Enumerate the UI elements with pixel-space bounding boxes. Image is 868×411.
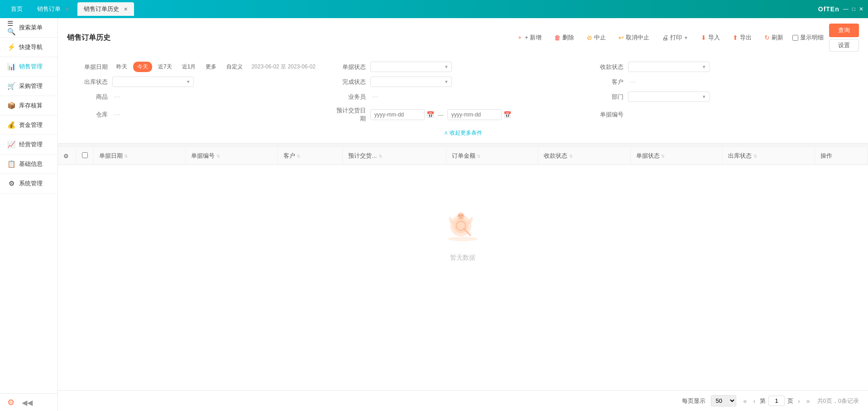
cancel-stop-button[interactable]: ↩ 取消中止 <box>615 32 653 44</box>
th-action: 操作 <box>815 147 868 165</box>
show-detail-checkbox[interactable] <box>792 35 798 41</box>
page-input[interactable] <box>768 396 785 406</box>
expected-date-from[interactable] <box>370 109 425 120</box>
import-button[interactable]: ⬇ 导入 <box>697 32 724 44</box>
out-status-select[interactable]: ▾ <box>112 77 194 87</box>
purchase-icon: 🛒 <box>7 82 15 90</box>
setting-button[interactable]: 设置 <box>829 39 859 52</box>
calendar-icon-to[interactable]: 📅 <box>504 111 511 118</box>
receipt-status-select[interactable]: ▾ <box>628 62 710 72</box>
voucher-status-label: 单据状态 <box>334 63 370 71</box>
basic-info-icon: 📋 <box>7 160 15 168</box>
th-receipt-status[interactable]: 收款状态 ⇅ <box>538 147 631 165</box>
per-page-select[interactable]: 50 10 20 100 <box>711 395 736 406</box>
sidebar: ☰🔍 搜索菜单 ⚡ 快捷导航 📊 销售管理 🛒 采购管理 📦 库存核算 💰 资金… <box>0 18 58 411</box>
sidebar-settings-icon[interactable]: ⚙ <box>7 397 14 407</box>
page-title: 销售订单历史 <box>67 33 110 43</box>
new-button[interactable]: ＋ + 新增 <box>513 32 545 44</box>
minimize-btn[interactable]: — <box>843 6 849 12</box>
expected-date-to[interactable] <box>447 109 502 120</box>
export-button[interactable]: ⬆ 导出 <box>729 32 755 44</box>
next-page-btn[interactable]: › <box>796 396 802 406</box>
tab-sales-order-close[interactable]: ✕ <box>65 6 69 12</box>
sidebar-item-sales[interactable]: 📊 销售管理 <box>0 57 58 77</box>
select-all-checkbox[interactable] <box>82 152 88 158</box>
finance-icon: 💰 <box>7 121 15 129</box>
collapse-row[interactable]: ∧ 收起更多条件 <box>76 127 850 139</box>
sidebar-item-basic-info[interactable]: 📋 基础信息 <box>0 155 58 174</box>
department-control: ▾ <box>628 92 850 102</box>
date-btn-more[interactable]: 更多 <box>201 62 221 72</box>
date-btn-today[interactable]: 今天 <box>133 62 152 72</box>
sort-voucher-icon: ⇅ <box>661 154 665 159</box>
stop-icon: ⊘ <box>587 34 592 41</box>
voucher-status-chevron: ▾ <box>445 64 448 70</box>
complete-status-select[interactable]: ▾ <box>370 77 452 87</box>
stop-button[interactable]: ⊘ 中止 <box>583 32 609 44</box>
page-unit: 页 <box>787 397 793 405</box>
refresh-button[interactable]: ↻ 刷新 <box>761 32 787 44</box>
svg-point-0 <box>448 237 478 241</box>
sidebar-item-system[interactable]: ⚙ 系统管理 <box>0 174 58 193</box>
customer-ellipsis[interactable]: ··· <box>628 78 638 86</box>
sidebar-item-quick-nav[interactable]: ⚡ 快捷导航 <box>0 38 58 57</box>
th-amount[interactable]: 订单金额 ⇅ <box>446 147 538 165</box>
sidebar-item-operations[interactable]: 📈 经营管理 <box>0 135 58 155</box>
collapse-label: ∧ 收起更多条件 <box>444 130 482 136</box>
department-select[interactable]: ▾ <box>628 92 710 102</box>
th-customer[interactable]: 客户 ⇅ <box>278 147 343 165</box>
date-btn-last1m[interactable]: 近1月 <box>178 62 200 72</box>
filter-row-1: 单据日期 昨天 今天 近7天 近1月 更多 自定义 2023-06-02 至 2… <box>76 62 850 72</box>
complete-status-label: 完成状态 <box>334 78 370 86</box>
th-voucher-status[interactable]: 单据状态 ⇅ <box>630 147 723 165</box>
svg-point-7 <box>461 215 463 217</box>
search-menu-icon: ☰🔍 <box>7 24 15 32</box>
close-btn[interactable]: ✕ <box>859 6 863 12</box>
voucher-status-select[interactable]: ▾ <box>370 62 452 72</box>
prev-page-btn[interactable]: ‹ <box>751 396 757 406</box>
product-control: ··· <box>112 93 334 101</box>
th-no[interactable]: 单据编号 ⇅ <box>186 147 278 165</box>
product-label: 商品 <box>76 93 112 101</box>
calendar-icon-from[interactable]: 📅 <box>427 111 434 118</box>
th-expected[interactable]: 预计交货... ⇅ <box>343 147 446 165</box>
operations-icon: 📈 <box>7 140 15 149</box>
delete-button[interactable]: 🗑 删除 <box>551 32 578 44</box>
date-btn-last7[interactable]: 近7天 <box>154 62 176 72</box>
th-check[interactable] <box>76 147 93 165</box>
date-btn-custom[interactable]: 自定义 <box>222 62 247 72</box>
sidebar-bottom: ⚙ ◀◀ <box>0 393 58 411</box>
first-page-btn[interactable]: « <box>742 396 749 406</box>
sidebar-item-inventory[interactable]: 📦 库存核算 <box>0 96 58 116</box>
show-detail-checkbox-area[interactable]: 显示明细 <box>792 34 824 42</box>
page-label: 第 <box>760 397 766 405</box>
th-date[interactable]: 单据日期 ⇅ <box>93 147 186 165</box>
receipt-status-label: 收款状态 <box>592 63 628 71</box>
top-bar-right: OfTEn — □ ✕ <box>818 5 863 13</box>
tab-sales-order-history[interactable]: 销售订单历史 ✕ <box>77 2 134 16</box>
content-area: 销售订单历史 ＋ + 新增 🗑 删除 ⊘ 中止 ↩ <box>58 18 868 411</box>
query-button[interactable]: 查询 <box>829 24 859 37</box>
print-button[interactable]: 🖨 打印 ▼ <box>658 32 692 44</box>
empty-text: 暂无数据 <box>450 254 475 262</box>
sidebar-item-finance[interactable]: 💰 资金管理 <box>0 116 58 135</box>
salesperson-ellipsis[interactable]: ··· <box>370 93 380 101</box>
main-layout: ☰🔍 搜索菜单 ⚡ 快捷导航 📊 销售管理 🛒 采购管理 📦 库存核算 💰 资金… <box>0 18 868 411</box>
maximize-btn[interactable]: □ <box>852 6 855 12</box>
product-ellipsis[interactable]: ··· <box>112 93 122 101</box>
th-gear[interactable]: ⚙ <box>58 147 76 165</box>
date-btn-yesterday[interactable]: 昨天 <box>112 62 131 72</box>
tab-sales-order-history-close[interactable]: ✕ <box>124 6 128 12</box>
th-out-status[interactable]: 出库状态 ⇅ <box>723 147 815 165</box>
data-table: ⚙ 单据日期 ⇅ 单据编号 ⇅ 客户 ⇅ <box>58 147 868 298</box>
sidebar-collapse-icon[interactable]: ◀◀ <box>22 398 33 407</box>
tab-home[interactable]: 首页 <box>5 2 29 16</box>
warehouse-ellipsis[interactable]: ··· <box>112 111 122 119</box>
sidebar-item-search-menu[interactable]: ☰🔍 搜索菜单 <box>0 18 58 38</box>
sidebar-item-purchase[interactable]: 🛒 采购管理 <box>0 77 58 96</box>
date-filter-control: 昨天 今天 近7天 近1月 更多 自定义 2023-06-02 至 2023-0… <box>112 62 334 72</box>
tab-sales-order[interactable]: 销售订单 ✕ <box>31 2 76 16</box>
last-page-btn[interactable]: » <box>805 396 812 406</box>
table-area: ⚙ 单据日期 ⇅ 单据编号 ⇅ 客户 ⇅ <box>58 147 868 390</box>
import-icon: ⬇ <box>701 34 706 41</box>
